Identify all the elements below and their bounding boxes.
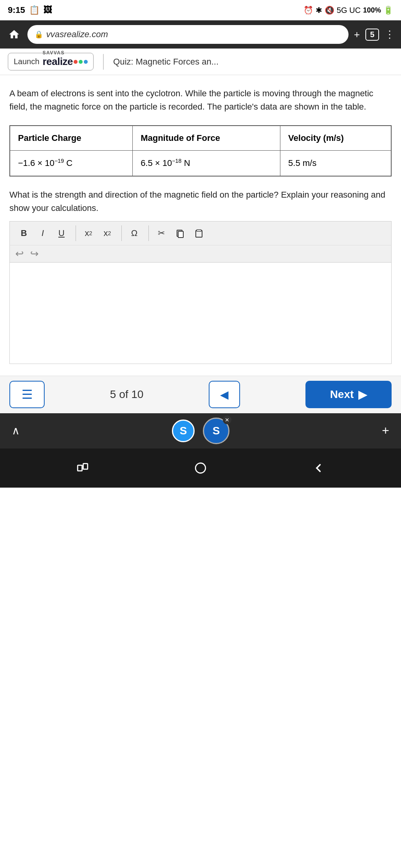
bold-button[interactable]: B <box>15 225 33 241</box>
add-tab-button[interactable]: + <box>354 29 360 41</box>
status-icon-sim: 📋 <box>29 5 40 15</box>
launch-button[interactable]: Launch SAVVAS realize <box>8 53 94 70</box>
data-table: Particle Charge Magnitude of Force Veloc… <box>9 125 392 176</box>
mute-icon: 🔇 <box>325 5 334 15</box>
dot-blue <box>84 60 88 64</box>
svg-rect-6 <box>83 463 87 469</box>
table-header-velocity: Velocity (m/s) <box>280 126 391 151</box>
italic-button[interactable]: I <box>34 225 51 241</box>
answer-section: What is the strength and direction of th… <box>9 188 392 364</box>
lock-icon: 🔒 <box>34 30 43 39</box>
answer-editor[interactable] <box>9 262 392 364</box>
browser-url-text: vvasrealize.com <box>46 29 108 40</box>
realize-dots <box>74 60 88 64</box>
signal-label: 5G UC <box>337 6 361 15</box>
browser-actions: + 5 ⋮ <box>354 29 395 41</box>
status-right: ⏰ ✱ 🔇 5G UC 100% 🔋 <box>303 5 393 15</box>
launch-bar: Launch SAVVAS realize Quiz: Magnetic For… <box>0 49 401 75</box>
quiz-title: Quiz: Magnetic Forces an... <box>113 57 219 67</box>
script-group: x2 x2 <box>80 225 122 241</box>
alarm-icon: ⏰ <box>303 5 313 15</box>
tab-count[interactable]: 5 <box>365 29 379 41</box>
omega-button[interactable]: Ω <box>126 225 143 241</box>
superscript-button[interactable]: x2 <box>80 225 97 241</box>
next-button[interactable]: Next ▶ <box>305 381 392 408</box>
clipboard-group: ✂ <box>153 225 213 241</box>
table-cell-charge: −1.6 × 10−19 C <box>10 151 133 176</box>
battery-label: 100% <box>363 6 381 14</box>
browser-bar: 🔒 vvasrealize.com + 5 ⋮ <box>0 20 401 49</box>
subscript-button[interactable]: x2 <box>99 225 116 241</box>
status-icon-img: 🖼 <box>43 5 52 15</box>
table-cell-velocity: 5.5 m/s <box>280 151 391 176</box>
launch-label: Launch <box>14 57 40 66</box>
previous-button[interactable]: ◀ <box>209 381 240 408</box>
browser-expand-button[interactable]: ∧ <box>12 424 20 437</box>
browser-bottom-center: S S ✕ <box>172 417 230 445</box>
active-shortcut-icon[interactable]: S ✕ <box>202 417 230 445</box>
dot-green <box>79 60 83 64</box>
underline-button[interactable]: U <box>53 225 70 241</box>
launch-separator <box>103 54 104 70</box>
svg-rect-4 <box>197 230 201 231</box>
list-icon: ☰ <box>22 387 33 402</box>
editor-toolbar: B I U x2 x2 Ω ✂ <box>9 221 392 245</box>
battery-icon: 🔋 <box>383 5 393 15</box>
answer-question: What is the strength and direction of th… <box>9 188 392 215</box>
redo-button[interactable]: ↪ <box>30 248 39 260</box>
copy-button[interactable] <box>172 225 189 241</box>
realize-logo: SAVVAS realize <box>43 56 88 68</box>
scissors-button[interactable]: ✂ <box>153 225 170 241</box>
undo-redo-row: ↩ ↪ <box>9 245 392 262</box>
paste-button[interactable] <box>190 225 208 241</box>
status-time: 9:15 <box>8 5 25 15</box>
close-badge[interactable]: ✕ <box>223 416 231 424</box>
browser-url-bar[interactable]: 🔒 vvasrealize.com <box>27 25 349 44</box>
bottom-navigation: ☰ 5 of 10 ◀ Next ▶ <box>0 376 401 413</box>
shortcut-s-icon[interactable]: S <box>172 420 195 442</box>
nav-home-button[interactable] <box>194 461 207 475</box>
active-icon-label: S <box>213 425 220 437</box>
question-text: A beam of electrons is sent into the cyc… <box>9 87 392 113</box>
format-group: B I U <box>15 225 76 241</box>
question-list-button[interactable]: ☰ <box>9 381 45 408</box>
status-left: 9:15 📋 🖼 <box>8 5 52 15</box>
progress-indicator: 5 of 10 <box>110 388 144 401</box>
nav-recent-button[interactable] <box>76 461 89 475</box>
realize-text: realize <box>43 56 73 68</box>
table-header-force: Magnitude of Force <box>133 126 280 151</box>
prev-arrow-icon: ◀ <box>220 388 229 401</box>
svg-rect-1 <box>178 231 183 238</box>
system-nav-bar <box>0 448 401 488</box>
browser-home-button[interactable] <box>6 27 22 42</box>
status-bar: 9:15 📋 🖼 ⏰ ✱ 🔇 5G UC 100% 🔋 <box>0 0 401 20</box>
dot-red <box>74 60 78 64</box>
special-group: Ω <box>126 225 149 241</box>
svg-rect-5 <box>78 465 82 471</box>
nav-back-button[interactable] <box>312 461 325 475</box>
undo-button[interactable]: ↩ <box>15 248 24 260</box>
main-content: A beam of electrons is sent into the cyc… <box>0 75 401 364</box>
bluetooth-icon: ✱ <box>316 5 322 15</box>
browser-add-button[interactable]: + <box>382 423 389 438</box>
table-cell-force: 6.5 × 10−18 N <box>133 151 280 176</box>
table-row: −1.6 × 10−19 C 6.5 × 10−18 N 5.5 m/s <box>10 151 391 176</box>
next-label: Next <box>330 388 354 401</box>
browser-menu-button[interactable]: ⋮ <box>385 29 395 41</box>
svg-point-7 <box>195 463 206 473</box>
savvas-label: SAVVAS <box>43 50 65 56</box>
browser-bottom-bar: ∧ S S ✕ + <box>0 413 401 448</box>
next-arrow-icon: ▶ <box>358 388 367 401</box>
table-header-charge: Particle Charge <box>10 126 133 151</box>
